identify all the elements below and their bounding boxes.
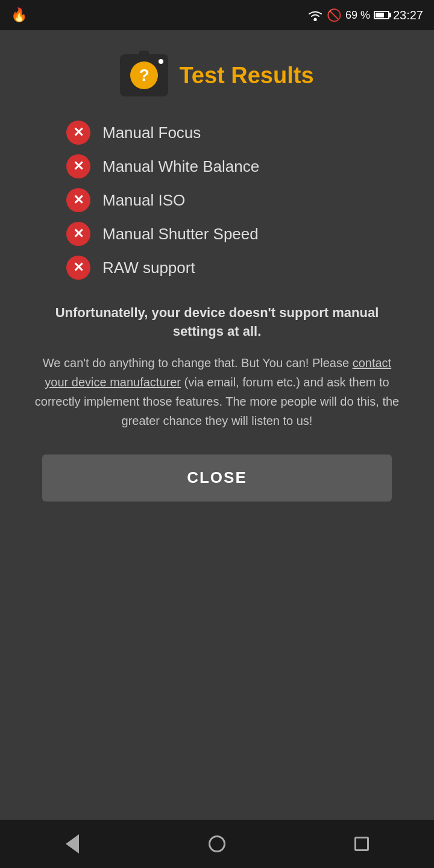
test-results-list: ✕ Manual Focus ✕ Manual White Balance ✕ … [30, 121, 404, 280]
fail-icon-manual-iso: ✕ [66, 188, 90, 212]
app-logo: ? [120, 54, 168, 96]
camera-question-mark: ? [130, 61, 158, 89]
svg-point-0 [313, 18, 316, 21]
status-bar: 🔥 🚫 69 % 23:27 [0, 0, 434, 30]
warning-bold-text: Unfortunatelly, your device doesn't supp… [30, 304, 404, 341]
home-icon [209, 835, 225, 852]
test-label-manual-wb: Manual White Balance [102, 157, 259, 176]
fail-icon-manual-shutter: ✕ [66, 222, 90, 246]
sim-icon: 🚫 [327, 8, 342, 22]
back-icon [66, 834, 79, 854]
navigation-bar [0, 820, 434, 868]
test-item: ✕ RAW support [66, 256, 404, 280]
home-button[interactable] [202, 829, 232, 859]
recents-icon [354, 837, 369, 851]
fail-icon-manual-wb: ✕ [66, 154, 90, 178]
close-button[interactable]: CLOSE [42, 454, 392, 502]
test-item: ✕ Manual ISO [66, 188, 404, 212]
flame-icon: 🔥 [11, 7, 27, 23]
battery-icon [374, 11, 389, 19]
test-label-raw: RAW support [102, 259, 195, 277]
camera-dot [159, 59, 163, 64]
recents-button[interactable] [347, 829, 377, 859]
back-button[interactable] [57, 829, 87, 859]
page-title: Test Results [179, 63, 313, 89]
main-content: ? Test Results ✕ Manual Focus ✕ Manual W… [0, 30, 434, 820]
test-label-manual-focus: Manual Focus [102, 124, 201, 142]
test-label-manual-iso: Manual ISO [102, 191, 185, 210]
battery-percent: 69 % [345, 9, 370, 22]
test-label-manual-shutter: Manual Shutter Speed [102, 225, 259, 244]
fail-icon-manual-focus: ✕ [66, 121, 90, 145]
fail-icon-raw: ✕ [66, 256, 90, 280]
page-header: ? Test Results [120, 54, 313, 96]
warning-normal-text: We can't do anything to change that. But… [30, 353, 404, 430]
test-item: ✕ Manual White Balance [66, 154, 404, 178]
status-icons: 🚫 69 % 23:27 [307, 8, 423, 22]
time-display: 23:27 [393, 8, 423, 22]
wifi-icon [307, 9, 323, 21]
test-item: ✕ Manual Shutter Speed [66, 222, 404, 246]
test-item: ✕ Manual Focus [66, 121, 404, 145]
warning-section: Unfortunatelly, your device doesn't supp… [30, 304, 404, 430]
